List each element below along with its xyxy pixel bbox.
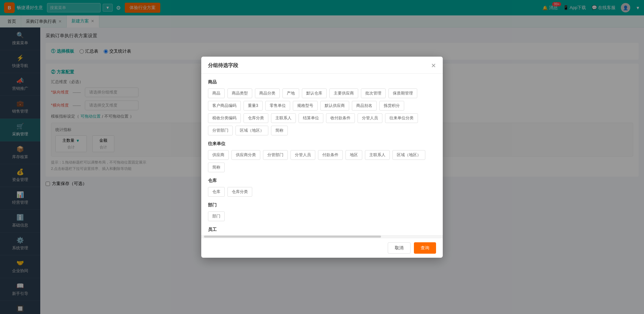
section-warehouse: 仓库 仓库 仓库分类 bbox=[208, 178, 436, 197]
field-tag-goods-type[interactable]: 商品类型 bbox=[227, 88, 252, 98]
field-tag-customer-sku[interactable]: 客户商品编码 bbox=[208, 101, 241, 111]
section-partner-fields: 供应商 供应商分类 分管部门 分管人员 付款条件 地区 主联系人 区域（地区） … bbox=[208, 150, 436, 172]
field-tag-batch-mgmt[interactable]: 批次管理 bbox=[361, 88, 386, 98]
section-partner-title: 往来单位 bbox=[208, 141, 436, 147]
field-tag-region-goods[interactable]: 区域（地区） bbox=[235, 126, 268, 135]
field-tag-person-partner[interactable]: 分管人员 bbox=[290, 150, 315, 160]
field-tag-short-name-goods[interactable]: 简称 bbox=[271, 126, 288, 135]
section-goods-fields: 商品 商品类型 商品分类 产地 默认仓库 主要供应商 批次管理 保质期管理 客户… bbox=[208, 88, 436, 135]
modal-hscroll[interactable] bbox=[201, 235, 443, 238]
field-tag-dept[interactable]: 部门 bbox=[208, 211, 225, 221]
section-goods: 商品 商品 商品类型 商品分类 产地 默认仓库 主要供应商 批次管理 保质期管理… bbox=[208, 79, 436, 135]
section-goods-title: 商品 bbox=[208, 79, 436, 85]
modal-close-button[interactable]: ✕ bbox=[431, 62, 436, 69]
section-warehouse-title: 仓库 bbox=[208, 178, 436, 184]
field-tag-main-supplier[interactable]: 主要供应商 bbox=[329, 88, 358, 98]
field-tag-goods[interactable]: 商品 bbox=[208, 88, 225, 98]
field-tag-settlement-unit[interactable]: 结算单位 bbox=[299, 113, 323, 123]
section-dept-fields: 部门 bbox=[208, 211, 436, 221]
field-tag-area-partner[interactable]: 地区 bbox=[345, 150, 362, 160]
modal: 分组待选字段 ✕ 商品 商品 商品类型 商品分类 产地 默认仓库 主要供应商 批… bbox=[201, 57, 443, 258]
field-tag-default-supplier[interactable]: 默认供应商 bbox=[320, 101, 349, 111]
field-tag-main-contact-partner[interactable]: 主联系人 bbox=[365, 150, 390, 160]
section-partner: 往来单位 供应商 供应商分类 分管部门 分管人员 付款条件 地区 主联系人 区域… bbox=[208, 141, 436, 172]
modal-body: 商品 商品 商品类型 商品分类 产地 默认仓库 主要供应商 批次管理 保质期管理… bbox=[201, 74, 443, 235]
field-tag-main-contact[interactable]: 主联系人 bbox=[271, 113, 296, 123]
cancel-button[interactable]: 取消 bbox=[388, 242, 411, 254]
field-tag-warehouse[interactable]: 仓库 bbox=[208, 187, 225, 197]
field-tag-shelf-life[interactable]: 保质期管理 bbox=[388, 88, 417, 98]
modal-title: 分组待选字段 bbox=[208, 62, 238, 69]
section-employee-title: 员工 bbox=[208, 227, 436, 233]
field-tag-dept-mgmt[interactable]: 分管部门 bbox=[208, 126, 233, 135]
field-tag-partner-category[interactable]: 往来单位分类 bbox=[385, 113, 418, 123]
field-tag-manager[interactable]: 分管人员 bbox=[358, 113, 382, 123]
section-dept: 部门 部门 bbox=[208, 202, 436, 221]
field-tag-warehouse-category[interactable]: 仓库分类 bbox=[244, 113, 268, 123]
field-tag-tax-code[interactable]: 税收分类编码 bbox=[208, 113, 241, 123]
section-employee: 员工 业务员 bbox=[208, 227, 436, 235]
field-tag-retail-unit[interactable]: 零售单位 bbox=[265, 101, 290, 111]
modal-footer: 取消 查询 bbox=[201, 238, 443, 258]
field-tag-pick-points[interactable]: 拣货积分 bbox=[379, 101, 404, 111]
modal-overlay: 分组待选字段 ✕ 商品 商品 商品类型 商品分类 产地 默认仓库 主要供应商 批… bbox=[0, 0, 644, 314]
hscroll-thumb bbox=[204, 236, 381, 238]
field-tag-spec-model[interactable]: 规格型号 bbox=[293, 101, 318, 111]
field-tag-short-name-partner[interactable]: 简称 bbox=[208, 163, 225, 172]
field-tag-default-warehouse[interactable]: 默认仓库 bbox=[302, 88, 327, 98]
field-tag-goods-category[interactable]: 商品分类 bbox=[255, 88, 280, 98]
section-warehouse-fields: 仓库 仓库分类 bbox=[208, 187, 436, 197]
modal-header: 分组待选字段 ✕ bbox=[201, 57, 443, 74]
section-dept-title: 部门 bbox=[208, 202, 436, 208]
field-tag-origin[interactable]: 产地 bbox=[282, 88, 299, 98]
field-tag-pay-terms-partner[interactable]: 付款条件 bbox=[318, 150, 343, 160]
field-tag-supplier-category[interactable]: 供应商分类 bbox=[231, 150, 260, 160]
field-tag-region-partner[interactable]: 区域（地区） bbox=[392, 150, 425, 160]
field-tag-supplier[interactable]: 供应商 bbox=[208, 150, 229, 160]
field-tag-weight[interactable]: 重量3 bbox=[244, 101, 263, 111]
confirm-button[interactable]: 查询 bbox=[414, 242, 436, 254]
field-tag-dept-partner[interactable]: 分管部门 bbox=[263, 150, 288, 160]
field-tag-warehouse-cat[interactable]: 仓库分类 bbox=[227, 187, 252, 197]
field-tag-payment-terms[interactable]: 收付款条件 bbox=[326, 113, 355, 123]
field-tag-goods-alias[interactable]: 商品别名 bbox=[352, 101, 377, 111]
